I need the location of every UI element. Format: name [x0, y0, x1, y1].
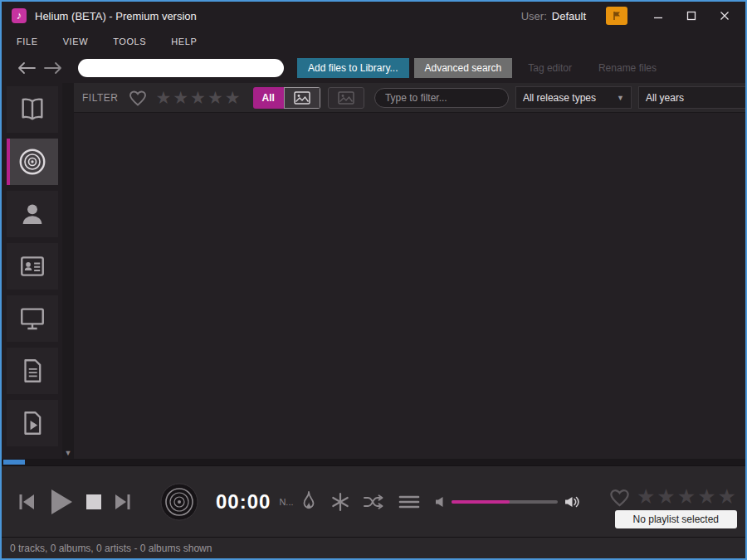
star-icon[interactable]: ★ [172, 88, 189, 108]
monitor-icon [18, 304, 46, 333]
sidebar-item-library[interactable] [7, 86, 58, 133]
flame-icon [299, 490, 319, 514]
rating-filter-stars[interactable]: ★ ★ ★ ★ ★ [154, 88, 241, 108]
favorite-track-heart-icon[interactable] [608, 487, 631, 508]
play-icon [45, 487, 76, 517]
disc-icon [17, 147, 47, 177]
hot-tracks-button[interactable] [299, 490, 319, 514]
minimize-button[interactable] [644, 6, 672, 26]
book-icon [18, 95, 46, 124]
filter-label: FILTER [82, 92, 118, 104]
years-dropdown[interactable]: All years [638, 86, 745, 109]
advanced-search-button[interactable]: Advanced search [414, 58, 513, 78]
user-label: User: [521, 10, 547, 22]
next-button[interactable] [111, 491, 134, 513]
volume-low-icon[interactable] [435, 496, 445, 508]
sidebar-item-contacts[interactable] [7, 243, 58, 290]
star-icon[interactable]: ★ [696, 486, 716, 508]
image-icon [294, 91, 310, 105]
next-icon [111, 491, 134, 513]
stop-icon [83, 491, 105, 513]
toolbar: Add files to Library... Advanced search … [2, 53, 745, 83]
scroll-down-icon[interactable]: ▼ [62, 449, 74, 457]
menu-item-file[interactable]: FILE [17, 37, 38, 46]
star-icon[interactable]: ★ [717, 486, 737, 508]
maximize-icon [686, 11, 696, 21]
status-text: 0 tracks, 0 albums, 0 artists - 0 albums… [10, 543, 212, 554]
filter-all-button[interactable]: All [253, 87, 284, 109]
maximize-button[interactable] [677, 6, 706, 26]
star-icon[interactable]: ★ [676, 486, 696, 508]
play-document-icon [18, 409, 46, 437]
without-images-toggle[interactable] [328, 87, 364, 109]
status-bar: 0 tracks, 0 albums, 0 artists - 0 albums… [2, 537, 745, 558]
forward-button[interactable] [40, 61, 66, 75]
shuffle-icon [362, 493, 385, 511]
menu-item-help[interactable]: HELP [171, 37, 197, 46]
star-icon[interactable]: ★ [636, 486, 656, 508]
titlebar: ♪ Helium (BETA) - Premium version User: … [2, 2, 745, 30]
volume-slider[interactable] [452, 500, 558, 504]
main-panel: FILTER ★ ★ ★ ★ ★ All [74, 83, 745, 459]
filter-bar: FILTER ★ ★ ★ ★ ★ All [74, 83, 745, 113]
user-value[interactable]: Default [552, 10, 586, 22]
previous-icon [15, 491, 38, 513]
play-queue-button[interactable] [398, 494, 420, 510]
years-value: All years [646, 92, 684, 104]
rename-files-button: Rename files [588, 58, 667, 78]
volume-fill [452, 500, 510, 504]
back-button[interactable] [13, 61, 40, 75]
release-types-value: All release types [523, 92, 596, 104]
with-images-toggle[interactable] [284, 87, 320, 109]
tag-editor-button: Tag editor [517, 58, 583, 78]
shuffle-button[interactable] [362, 493, 385, 511]
release-types-dropdown[interactable]: All release types ▼ [515, 86, 632, 109]
document-icon [18, 357, 46, 385]
star-icon[interactable]: ★ [207, 88, 224, 108]
volume-high-icon[interactable] [564, 495, 581, 509]
menu-item-tools[interactable]: TOOLS [113, 37, 146, 46]
star-icon[interactable]: ★ [189, 88, 207, 108]
close-icon [720, 11, 730, 21]
chevron-down-icon: ▼ [608, 94, 624, 102]
window-title: Helium (BETA) - Premium version [35, 10, 197, 22]
play-button[interactable] [45, 487, 76, 517]
stop-button[interactable] [83, 491, 105, 513]
transport-controls [15, 487, 134, 517]
sidebar-scrollbar[interactable]: ▼ [62, 83, 74, 459]
search-input[interactable] [78, 59, 284, 77]
favorite-filter-heart-icon[interactable] [128, 89, 148, 107]
app-window: ♪ Helium (BETA) - Premium version User: … [0, 0, 747, 560]
type-to-filter-input[interactable] [374, 88, 509, 108]
back-arrow-icon [17, 61, 37, 75]
album-grid-area[interactable] [74, 113, 745, 459]
image-dim-icon [338, 91, 354, 105]
menu-item-view[interactable]: VIEW [63, 37, 89, 46]
sidebar-item-reports[interactable] [7, 348, 58, 394]
playback-time: 00:00 [216, 490, 271, 514]
party-mode-button[interactable] [330, 492, 350, 512]
horizontal-scrollbar-thumb[interactable] [3, 460, 25, 465]
app-logo-icon: ♪ [12, 8, 27, 23]
track-rating-stars[interactable]: ★ ★ ★ ★ ★ [636, 486, 737, 508]
sidebar [2, 83, 61, 459]
add-files-button[interactable]: Add files to Library... [297, 58, 409, 78]
previous-button[interactable] [15, 491, 38, 513]
player-bar: 00:00 N... ★ [2, 465, 745, 537]
horizontal-scrollbar[interactable] [2, 459, 745, 465]
track-info-text: N... [279, 497, 293, 507]
flag-button[interactable] [606, 7, 627, 25]
star-icon[interactable]: ★ [656, 486, 676, 508]
star-icon[interactable]: ★ [224, 88, 242, 108]
star-icon[interactable]: ★ [154, 88, 172, 108]
close-button[interactable] [710, 6, 739, 26]
person-icon [18, 200, 46, 228]
sidebar-item-artists[interactable] [7, 191, 58, 237]
flag-icon [611, 10, 622, 22]
queue-list-icon [398, 494, 420, 510]
sidebar-item-devices[interactable] [7, 295, 58, 342]
now-playing-disc-icon [159, 482, 199, 522]
sidebar-item-albums[interactable] [7, 139, 58, 185]
playlist-selector[interactable]: No playlist selected [615, 510, 737, 528]
sidebar-item-playlists[interactable] [7, 400, 58, 446]
